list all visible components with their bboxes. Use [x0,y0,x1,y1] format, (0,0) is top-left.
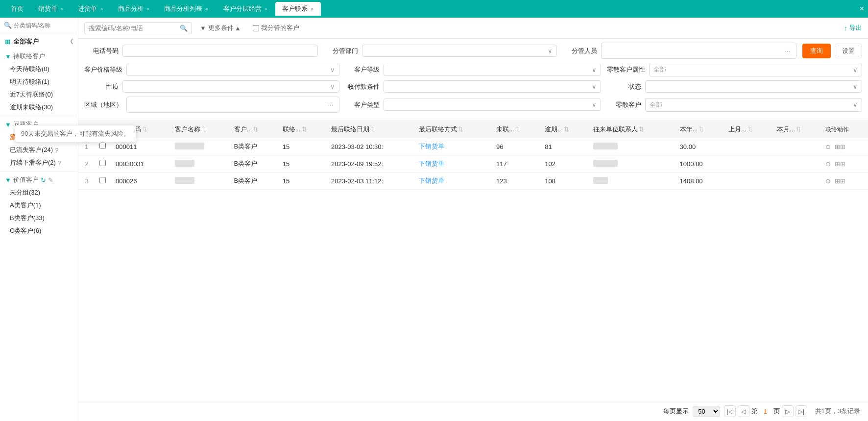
dots-icon[interactable]: ··· [783,45,792,56]
sort-icon-unlisted[interactable]: ⇅ [515,125,521,133]
row-method-link-1[interactable]: 下销货单 [419,143,444,150]
sort-icon-date[interactable]: ⇅ [370,125,376,133]
sort-icon-person[interactable]: ⇅ [639,125,644,133]
row-checkbox[interactable] [99,177,106,183]
sort-icon-overdue[interactable]: ⇅ [564,125,569,133]
table-row: 1 000011 B类客户 [78,138,868,155]
filter-region-select[interactable]: ··· [126,97,339,113]
sidebar-item-overdue-contact[interactable]: 逾期未联络(30) [0,101,78,114]
filter-nature-select[interactable]: ∨ [122,80,339,93]
sidebar-item-ungroup[interactable]: 未分组(32) [0,186,78,199]
row-overdue-2: 102 [540,155,588,173]
sidebar-item-a-class[interactable]: A类客户(1) [0,199,78,212]
row-unlisted-3: 123 [491,173,540,190]
edit-icon[interactable]: ✎ [48,176,53,184]
sort-icon-type[interactable]: ⇅ [253,125,258,133]
filter-dept-select[interactable]: ∨ [362,45,557,57]
sidebar-collapse-btn[interactable]: 《 [67,38,73,46]
table-header: ⚙ 客户编码⇅ 客户名称⇅ 客户...⇅ [78,121,868,138]
action-menu-icon-2[interactable]: ⊞⊞ [835,160,845,168]
tab-customer-segment[interactable]: 客户分层经营 × [217,2,274,16]
tab-close-segment[interactable]: × [265,6,267,12]
sort-icon-contact[interactable]: ⇅ [302,125,307,133]
filter-sparse2-select[interactable]: 全部 ∨ [645,98,862,112]
sidebar-item-declining[interactable]: 持续下滑客户(2) ? [0,156,78,169]
filter-actions: 查询 设置 [802,44,862,58]
sidebar: 🔍 ⊞ 全部客户 《 ▼ 待联络客户 今天待联络(0) 明天待联络(1) 近7天… [0,18,78,421]
row-checkbox[interactable] [99,143,106,149]
table-row: 3 000026 B类客户 [78,173,868,190]
row-month-2 [772,155,820,173]
filter-level-select[interactable]: ∨ [384,64,601,76]
filter-phone-input[interactable] [122,45,318,57]
export-icon: ↑ [844,25,848,32]
next-page-btn[interactable]: ▷ [782,405,794,417]
per-page-select[interactable]: 50 100 200 [693,406,720,417]
sidebar-item-b-class[interactable]: B类客户(33) [0,212,78,224]
query-button[interactable]: 查询 [802,44,831,58]
tab-close-purchase[interactable]: × [100,6,103,12]
export-btn[interactable]: ↑ 导出 [844,24,863,32]
filter-type-label: 客户类型 [345,100,380,109]
sort-icon-name[interactable]: ⇅ [201,125,207,133]
tab-product-analysis[interactable]: 商品分析 × [111,2,156,16]
region-dots-icon[interactable]: ··· [326,99,335,110]
setting-button[interactable]: 设置 [835,44,862,58]
action-link-icon-3[interactable]: ⊙ [825,177,831,185]
filter-type-select[interactable]: ∨ [384,99,601,111]
first-page-btn[interactable]: |◁ [724,405,736,417]
more-conditions-btn[interactable]: ▼ 更多条件 ▲ [196,22,245,34]
filter-sparse-customer: 零散客户 全部 ∨ [607,98,862,112]
close-all-tabs[interactable]: × [860,4,864,13]
filter-sparse-select[interactable]: 全部 ∨ [649,63,862,76]
tab-close-product-analysis[interactable]: × [146,6,149,12]
refresh-icon[interactable]: ↻ [41,176,46,184]
row-last-method-3: 下销货单 [414,173,491,190]
search-input[interactable] [89,25,178,32]
my-customers-checkbox[interactable] [253,25,259,31]
sidebar-all-customers[interactable]: ⊞ 全部客户 《 [0,33,78,50]
sidebar-search-input[interactable] [14,22,78,29]
tab-product-analysis-list[interactable]: 商品分析列表 × [157,2,215,16]
sidebar-item-7day-contact[interactable]: 近7天待联络(0) [0,88,78,101]
row-method-link-3[interactable]: 下销货单 [419,177,444,184]
tab-customer-contact[interactable]: 客户联系 × [275,2,320,16]
tab-bar: 首页 销货单 × 进货单 × 商品分析 × 商品分析列表 × 客户分层经营 × … [0,0,868,18]
filter-price-select[interactable]: ∨ [126,64,339,76]
sidebar-item-tomorrow-contact[interactable]: 明天待联络(1) [0,75,78,88]
action-link-icon-1[interactable]: ⊙ [825,143,831,150]
col-this-month: 本月...⇅ [772,121,820,138]
tab-purchase-order[interactable]: 进货单 × [71,2,110,16]
row-type-1: B类客户 [229,138,278,155]
filter-manager-select[interactable]: ··· [601,43,796,59]
sort-icon-month[interactable]: ⇅ [796,125,801,133]
sidebar-group-value[interactable]: ▼ 价值客户 ↻ ✎ [0,173,78,186]
sidebar-group-pending[interactable]: ▼ 待联络客户 [0,50,78,63]
col-type: 客户...⇅ [229,121,278,138]
filter-payment-select[interactable]: ∨ [384,80,601,93]
tab-close-product-list[interactable]: × [205,6,208,12]
filter-status-select[interactable]: ∨ [645,80,862,93]
sort-icon-code[interactable]: ⇅ [142,125,147,133]
sidebar-item-c-class[interactable]: C类客户(6) [0,224,78,237]
filter-manager-label: 分管人员 [563,47,597,55]
sort-icon-lmonth[interactable]: ⇅ [747,125,753,133]
row-method-link-2[interactable]: 下销货单 [419,160,444,167]
sort-icon-year[interactable]: ⇅ [699,125,704,133]
sidebar-item-churned[interactable]: 已流失客户(24) ? [0,144,78,156]
tab-home[interactable]: 首页 [4,2,30,16]
tab-close-contact[interactable]: × [311,6,313,12]
sort-icon-method[interactable]: ⇅ [458,125,463,133]
tab-close-sales[interactable]: × [60,6,63,12]
action-menu-icon-1[interactable]: ⊞⊞ [835,143,845,150]
sidebar-item-today-contact[interactable]: 今天待联络(0) [0,63,78,75]
action-menu-icon-3[interactable]: ⊞⊞ [835,177,845,185]
last-page-btn[interactable]: ▷| [796,405,807,417]
row-last-date-1: 2023-03-02 10:30: [326,138,414,155]
filter-level-label: 客户等级 [345,65,380,74]
row-checkbox[interactable] [99,160,106,166]
search-icon[interactable]: 🔍 [180,25,188,32]
prev-page-btn[interactable]: ◁ [738,405,749,417]
action-link-icon-2[interactable]: ⊙ [825,160,831,168]
tab-sales-order[interactable]: 销货单 × [31,2,70,16]
